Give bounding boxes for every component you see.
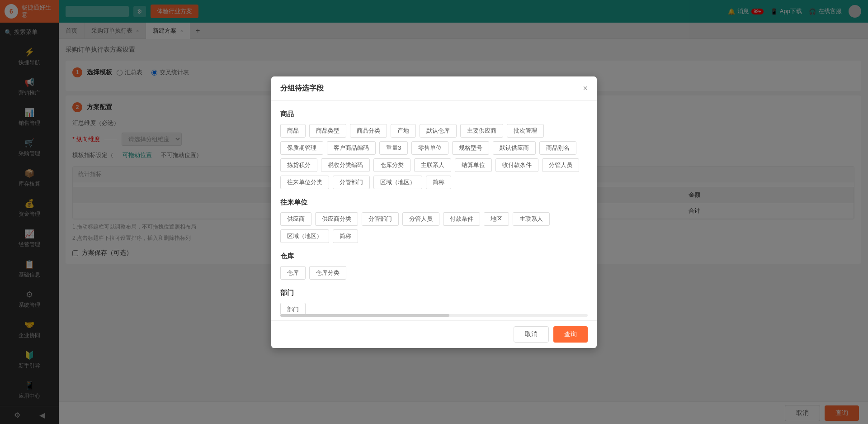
field-tag-supervisor[interactable]: 分管人员 <box>542 158 579 172</box>
dialog-header: 分组待选字段 × <box>271 76 597 101</box>
field-category-warehouse: 仓库仓库仓库分类 <box>280 252 588 280</box>
dialog-body: 商品商品商品类型商品分类产地默认仓库主要供应商批次管理保质期管理客户商品编码重量… <box>271 101 597 314</box>
field-tags-counterpart: 供应商供应商分类分管部门分管人员付款条件地区主联系人区域（地区）简称 <box>280 212 588 243</box>
field-tags-warehouse: 仓库仓库分类 <box>280 266 588 280</box>
field-tag-default-warehouse[interactable]: 默认仓库 <box>420 124 457 138</box>
field-tags-goods: 商品商品类型商品分类产地默认仓库主要供应商批次管理保质期管理客户商品编码重量3零… <box>280 124 588 189</box>
field-tag-main-contact[interactable]: 主联系人 <box>414 158 451 172</box>
field-tag-payment-cond[interactable]: 付款条件 <box>443 212 480 226</box>
field-tag-cp-supervisor[interactable]: 分管人员 <box>402 212 439 226</box>
category-title-counterpart: 往来单位 <box>280 198 588 207</box>
field-tag-goods[interactable]: 商品 <box>280 124 306 138</box>
field-category-counterpart: 往来单位供应商供应商分类分管部门分管人员付款条件地区主联系人区域（地区）简称 <box>280 198 588 243</box>
field-category-dept: 部门部门 <box>280 289 588 314</box>
field-tag-redeem-points[interactable]: 拣货积分 <box>280 158 317 172</box>
field-tag-goods-alias[interactable]: 商品别名 <box>539 141 576 155</box>
field-tag-manage-dept[interactable]: 分管部门 <box>333 176 370 189</box>
field-tag-settlement-unit[interactable]: 结算单位 <box>455 158 492 172</box>
dialog-footer: 取消 查询 <box>271 320 597 348</box>
field-tag-main-supplier[interactable]: 主要供应商 <box>460 124 503 138</box>
field-tag-default-supplier[interactable]: 默认供应商 <box>493 141 536 155</box>
field-tag-wh-category[interactable]: 仓库分类 <box>309 266 346 280</box>
category-title-warehouse: 仓库 <box>280 252 588 261</box>
horizontal-scrollbar <box>280 314 588 316</box>
field-tag-cp-manage-dept[interactable]: 分管部门 <box>362 212 399 226</box>
horizontal-scrollbar-thumb <box>280 314 449 316</box>
dialog-close-btn[interactable]: × <box>583 84 588 93</box>
field-tag-cp-contact[interactable]: 主联系人 <box>513 212 550 226</box>
dialog-confirm-btn[interactable]: 查询 <box>553 326 588 343</box>
field-tag-cp-area[interactable]: 区域（地区） <box>280 229 329 243</box>
field-tag-spec-model[interactable]: 规格型号 <box>452 141 489 155</box>
field-tag-goods-type[interactable]: 商品类型 <box>309 124 346 138</box>
field-tag-supplier-category[interactable]: 供应商分类 <box>315 212 358 226</box>
field-tag-weight3[interactable]: 重量3 <box>379 141 408 155</box>
field-tag-goods-category[interactable]: 商品分类 <box>350 124 387 138</box>
field-tag-payment-terms[interactable]: 收付款条件 <box>495 158 538 172</box>
field-tag-wh-warehouse[interactable]: 仓库 <box>280 266 306 280</box>
category-title-goods: 商品 <box>280 110 588 119</box>
field-tag-dept-main[interactable]: 部门 <box>280 303 306 314</box>
field-tag-short-name[interactable]: 简称 <box>426 176 451 189</box>
field-tag-source-unit[interactable]: 往来单位分类 <box>280 176 329 189</box>
dialog: 分组待选字段 × 商品商品商品类型商品分类产地默认仓库主要供应商批次管理保质期管… <box>271 76 597 348</box>
field-tag-supplier[interactable]: 供应商 <box>280 212 311 226</box>
field-tag-batch-manage[interactable]: 批次管理 <box>507 124 544 138</box>
field-tag-cp-region[interactable]: 地区 <box>484 212 509 226</box>
field-tag-quality-period[interactable]: 保质期管理 <box>280 141 323 155</box>
field-tags-dept: 部门 <box>280 303 588 314</box>
field-tag-cp-short[interactable]: 简称 <box>333 229 358 243</box>
dialog-title: 分组待选字段 <box>280 84 324 93</box>
dialog-cancel-btn[interactable]: 取消 <box>514 326 549 343</box>
field-tag-origin[interactable]: 产地 <box>391 124 416 138</box>
category-title-dept: 部门 <box>280 289 588 297</box>
field-category-goods: 商品商品商品类型商品分类产地默认仓库主要供应商批次管理保质期管理客户商品编码重量… <box>280 110 588 189</box>
field-tag-warehouse-category[interactable]: 仓库分类 <box>373 158 410 172</box>
field-tag-customer-goods-code[interactable]: 客户商品编码 <box>327 141 376 155</box>
modal-overlay: 分组待选字段 × 商品商品商品类型商品分类产地默认仓库主要供应商批次管理保质期管… <box>0 0 868 424</box>
field-tag-retail-unit[interactable]: 零售单位 <box>411 141 448 155</box>
field-tag-tax-code[interactable]: 税收分类编码 <box>321 158 370 172</box>
field-tag-region[interactable]: 区域（地区） <box>373 176 422 189</box>
